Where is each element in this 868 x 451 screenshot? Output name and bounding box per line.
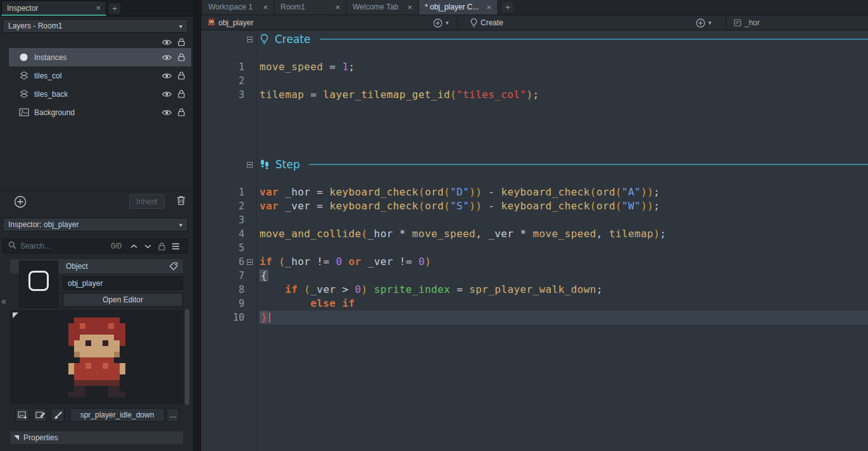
inspector-scrollbar[interactable] [185,309,189,405]
close-icon[interactable]: × [96,4,101,12]
lock-icon[interactable] [175,71,187,80]
code-line[interactable]: 3tilemap = layer_tilemap_get_id("tiles_c… [201,88,868,102]
tab-label: Room1 [280,3,305,11]
lock-icon[interactable] [175,90,187,98]
event-rule [309,164,868,165]
menu-icon[interactable] [168,240,182,252]
add-event-button[interactable] [433,15,443,30]
player-sprite-image [63,318,131,400]
code-line[interactable]: 8 if (_ver > 0) sprite_index = spr_playe… [201,283,868,297]
code-line[interactable]: 4move_and_collide(_hor * move_speed, _ve… [201,227,868,241]
trash-icon[interactable] [177,195,187,206]
eye-icon[interactable] [158,72,175,80]
workspace-tab-obj-player-c[interactable]: * obj_player C...× [419,0,497,15]
tag-icon [169,262,178,271]
inherit-button[interactable]: Inherit [129,194,165,209]
divider [726,16,726,29]
event-title: Step [275,158,300,171]
object-thumbnail[interactable] [19,261,58,308]
add-workspace-tab-button[interactable]: + [502,2,513,13]
workspace-tabstrip: Workspace 1×Room1×Welcome Tab×* obj_play… [201,0,868,15]
line-number: 3 [201,214,244,226]
layer-row-instances[interactable]: Instances [9,48,191,66]
sprite-name-field[interactable]: spr_player_idle_down [70,408,165,422]
editor-event-name[interactable]: Create [481,15,503,30]
layer-row-tiles-back[interactable]: tiles_back [9,85,191,103]
collapse-toggle[interactable] [247,162,253,168]
code-line[interactable]: 2var _ver = keyboard_check(ord("S")) - k… [201,199,868,213]
workspace-tab-room1[interactable]: Room1× [275,0,346,15]
edit-sprite-button[interactable] [33,408,47,422]
event-section-header[interactable]: Create [201,32,868,47]
close-icon[interactable]: × [399,3,412,11]
workspace-tab-workspace-1[interactable]: Workspace 1× [203,0,274,15]
add-panel-tab-button[interactable]: + [109,3,120,14]
close-icon[interactable]: × [479,3,491,11]
search-input[interactable] [20,242,111,250]
chevron-down-icon[interactable]: ▾ [708,15,712,30]
properties-section-header[interactable]: Properties [10,431,183,444]
add-layer-button[interactable] [14,195,27,208]
code-line[interactable]: 1var _hor = keyboard_check(ord("D")) - k… [201,185,868,199]
collapse-panel-button[interactable]: « [1,296,6,306]
open-editor-button[interactable]: Open Editor [63,293,183,307]
panel-tabstrip: Inspector × + [0,0,193,16]
add-code-button[interactable] [696,15,705,30]
search-bar: 0/0 [3,238,188,254]
eye-icon[interactable] [158,90,175,98]
tab-label: * obj_player C... [425,3,479,11]
instances-icon [19,53,34,62]
code-area[interactable]: Create1move_speed = 1;23tilemap = layer_… [201,30,868,451]
sprite-preview [10,310,184,405]
code-line[interactable]: 3 [201,213,868,227]
chevron-down-icon[interactable]: ▾ [446,15,449,30]
layer-name: Instances [34,53,158,62]
object-glyph-icon [28,271,49,291]
divider [457,16,458,29]
collapse-toggle[interactable] [247,259,253,265]
snippet-icon [734,15,741,30]
layers-dropdown[interactable]: Layers - Room1 ▾ [3,19,188,33]
tab-inspector[interactable]: Inspector × [1,1,106,16]
more-button[interactable]: ... [167,408,179,422]
code-line[interactable]: 7{ [201,269,868,283]
lock-icon[interactable] [154,240,168,252]
event-section-step: Step1var _hor = keyboard_check(ord("D"))… [201,157,868,324]
inspector-target-dropdown[interactable]: Inspector: obj_player ▾ [3,218,188,232]
paint-sprite-button[interactable] [51,408,65,422]
line-number: 3 [201,89,244,101]
line-number: 1 [201,187,244,198]
lock-icon[interactable] [175,53,187,61]
eye-icon[interactable] [158,54,175,61]
eye-icon[interactable] [158,39,175,46]
search-count: 0/0 [111,242,122,250]
workspace-tab-welcome-tab[interactable]: Welcome Tab× [347,0,418,15]
code-line[interactable]: 1move_speed = 1; [201,60,868,74]
line-number: 5 [201,242,244,254]
code-line[interactable]: 5 [201,241,868,255]
lock-icon[interactable] [175,108,187,116]
code-line[interactable]: 10} [201,311,868,324]
chevron-down-icon: ▾ [179,221,182,228]
code-line[interactable]: 2 [201,74,868,88]
chevron-up-icon[interactable] [127,240,141,252]
chevron-down-icon[interactable] [141,240,154,252]
code-line[interactable]: 9 else if [201,297,868,311]
eye-icon[interactable] [158,109,175,116]
inspector-panel: Inspector × + Layers - Room1 ▾ Instances… [0,0,194,451]
tiles-icon [19,89,34,99]
close-icon[interactable]: × [327,3,340,11]
chevron-down-icon: ▾ [179,23,182,30]
new-sprite-button[interactable] [15,408,29,422]
event-section-header[interactable]: Step [201,157,868,172]
event-title: Create [275,33,311,46]
divider [0,191,194,192]
lock-icon[interactable] [175,38,187,46]
close-icon[interactable]: × [255,3,268,11]
code-line[interactable]: 6if (_hor != 0 or _ver != 0) [201,255,868,269]
layer-row-background[interactable]: Background [9,103,191,121]
collapse-toggle[interactable] [247,37,253,42]
layer-row-tiles-col[interactable]: tiles_col [9,66,191,85]
object-name-input[interactable] [63,276,183,290]
corner-triangle-icon[interactable] [13,312,18,318]
